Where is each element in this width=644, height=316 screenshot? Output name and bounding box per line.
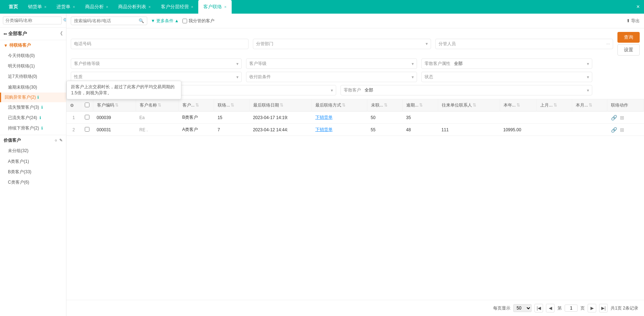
declining-info-icon[interactable]: ℹ bbox=[41, 126, 43, 130]
sort-icon[interactable]: ⇅ bbox=[384, 103, 388, 108]
tab-product-analysis-list-close[interactable]: × bbox=[148, 5, 150, 9]
th-last-contact-method-label: 最后联络方式 bbox=[315, 103, 341, 108]
sidebar-item-churn-warning-label: 流失预警客户(3) bbox=[8, 105, 39, 110]
sidebar-item-tomorrow-pending[interactable]: 明天待联络(1) bbox=[0, 61, 66, 71]
filter-person[interactable]: 分管人员 ··· bbox=[435, 39, 613, 49]
tab-home[interactable]: 首页 bbox=[4, 0, 23, 14]
page-number-input[interactable] bbox=[565, 305, 578, 312]
action-buttons: 查询 设置 bbox=[617, 32, 640, 56]
tab-product-analysis-close[interactable]: × bbox=[106, 5, 108, 9]
sort-icon[interactable]: ⇅ bbox=[158, 103, 161, 108]
churned-info-icon[interactable]: ℹ bbox=[40, 115, 41, 120]
tab-customer-contact[interactable]: 客户联络 × bbox=[198, 0, 231, 14]
customer-table: ⚙ 客户编码⇅ 客户名称⇅ 客户...⇅ 联络...⇅ 最后联络日期⇅ 最后联络… bbox=[66, 99, 644, 136]
sidebar-collapse-button[interactable]: 《 bbox=[58, 30, 62, 37]
export-button[interactable]: ⬆ 导出 bbox=[626, 18, 640, 24]
tab-customer-tier-close[interactable]: × bbox=[191, 5, 193, 9]
tab-purchase-order-close[interactable]: × bbox=[73, 5, 75, 9]
row-checkbox-0[interactable] bbox=[85, 115, 89, 119]
my-customers-checkbox-label[interactable]: 我分管的客户 bbox=[182, 18, 214, 24]
filter-payment[interactable]: 收付款条件 ▾ bbox=[246, 72, 417, 82]
first-page-button[interactable]: |◀ bbox=[534, 304, 543, 312]
search-icon[interactable]: 🔍 bbox=[139, 18, 144, 23]
tab-customer-contact-close[interactable]: × bbox=[224, 5, 226, 9]
my-customers-checkbox[interactable] bbox=[182, 19, 187, 23]
sidebar-item-churn-warning[interactable]: 流失预警客户(3) ℹ bbox=[0, 102, 66, 113]
filter-retail-customer[interactable]: 零散客户 全部 ▾ bbox=[340, 85, 592, 95]
sidebar-item-today-pending[interactable]: 今天待联络(0) bbox=[0, 51, 66, 61]
row-checkbox-cell-1[interactable] bbox=[81, 124, 93, 136]
sidebar-pending-group[interactable]: ▼ 待联络客户 bbox=[0, 40, 66, 51]
sidebar-search-icon[interactable]: 🔍 bbox=[63, 18, 66, 23]
search-input[interactable] bbox=[74, 18, 139, 23]
settings-button[interactable]: 设置 bbox=[617, 44, 640, 56]
sidebar-item-class-a[interactable]: A类客户(1) bbox=[0, 156, 66, 167]
sort-icon[interactable]: ⇅ bbox=[553, 103, 557, 108]
row-checkbox-1[interactable] bbox=[85, 127, 89, 132]
sidebar-item-declining[interactable]: 持续下滑客户(2) ℹ bbox=[0, 123, 66, 133]
main-layout: 🔍 ▪▪ 全部客户 《 ▼ 待联络客户 今天待联络(0) 明天待联络(1) 近7… bbox=[0, 14, 644, 316]
sidebar-item-ungrouped-label: 未分组(32) bbox=[8, 148, 28, 153]
th-checkbox[interactable] bbox=[81, 99, 93, 112]
sidebar-item-class-c[interactable]: C类客户(6) bbox=[0, 177, 66, 188]
sidebar-value-customers-group[interactable]: 价值客户 ○ ✎ bbox=[0, 135, 66, 146]
sort-icon[interactable]: ⇅ bbox=[231, 103, 234, 108]
cell-last-contact-method-0[interactable]: 下销货单 bbox=[312, 112, 367, 124]
sidebar-value-customers-label: 价值客户 bbox=[4, 137, 21, 143]
export-label: 导出 bbox=[631, 18, 640, 24]
tab-purchase-order[interactable]: 进货单 × bbox=[51, 0, 80, 14]
tab-product-analysis[interactable]: 商品分析 × bbox=[80, 0, 113, 14]
sidebar-all-customers[interactable]: ▪▪ 全部客户 《 bbox=[0, 28, 66, 40]
query-button[interactable]: 查询 bbox=[617, 32, 640, 43]
grid-action-icon-0[interactable]: ⊞ bbox=[620, 115, 624, 121]
cell-uncontacted-0: 50 bbox=[367, 112, 403, 124]
row-checkbox-cell-0[interactable] bbox=[81, 112, 93, 124]
sidebar-item-class-b[interactable]: B类客户(33) bbox=[0, 167, 66, 177]
tab-customer-tier[interactable]: 客户分层经营 × bbox=[156, 0, 198, 14]
sidebar-item-overdue-uncontacted[interactable]: 逾期未联络(30) bbox=[0, 82, 66, 93]
select-all-checkbox[interactable] bbox=[85, 103, 89, 107]
filter-phone-input[interactable] bbox=[93, 41, 245, 46]
th-customer-name: 客户名称⇅ bbox=[136, 99, 179, 112]
tab-sales-order-close[interactable]: × bbox=[44, 5, 46, 9]
sort-icon[interactable]: ⇅ bbox=[195, 103, 199, 108]
sort-icon[interactable]: ⇅ bbox=[280, 103, 283, 108]
sort-icon[interactable]: ⇅ bbox=[115, 103, 119, 108]
th-settings[interactable]: ⚙ bbox=[66, 99, 81, 112]
more-filters-button[interactable]: ▼ 更多条件 ▲ bbox=[151, 18, 179, 24]
filter-dept[interactable]: 分管部门 ▾ bbox=[253, 39, 431, 49]
link-action-icon-1[interactable]: 🔗 bbox=[611, 127, 617, 133]
tab-product-analysis-list[interactable]: 商品分析列表 × bbox=[113, 0, 156, 14]
next-page-button[interactable]: ▶ bbox=[588, 304, 596, 312]
sort-icon[interactable]: ⇅ bbox=[516, 103, 520, 108]
link-action-icon-0[interactable]: 🔗 bbox=[611, 115, 617, 121]
churn-warning-info-icon[interactable]: ℹ bbox=[41, 105, 43, 109]
cell-actions-1: 🔗 ⊞ bbox=[607, 124, 644, 136]
cell-customer-name-0: Ea bbox=[136, 112, 179, 124]
sidebar-item-7days-pending[interactable]: 近7天待联络(0) bbox=[0, 71, 66, 82]
tab-sales-order[interactable]: 销货单 × bbox=[23, 0, 51, 14]
sort-icon[interactable]: ⇅ bbox=[589, 103, 592, 108]
sidebar-item-class-a-label: A类客户(1) bbox=[8, 159, 29, 164]
grid-action-icon-1[interactable]: ⊞ bbox=[620, 127, 624, 133]
last-page-button[interactable]: ▶| bbox=[599, 304, 608, 312]
filter-retail-attr-value: 全部 bbox=[454, 61, 463, 67]
per-page-select[interactable]: 50 100 bbox=[513, 304, 532, 312]
edit-icon[interactable]: ✎ bbox=[59, 138, 62, 143]
ellipsis-icon[interactable]: ··· bbox=[606, 41, 610, 46]
filter-retail-attr[interactable]: 零散客户属性 全部 ▾ bbox=[421, 58, 592, 69]
prev-page-button[interactable]: ◀ bbox=[546, 304, 555, 312]
sidebar-search-input[interactable] bbox=[3, 16, 62, 24]
sort-icon[interactable]: ⇅ bbox=[419, 103, 423, 108]
filter-price-level[interactable]: 客户价格等级 ▾ bbox=[71, 58, 242, 69]
filter-customer-level[interactable]: 客户等级 ▾ bbox=[246, 58, 417, 69]
sort-icon[interactable]: ⇅ bbox=[473, 103, 476, 108]
cell-last-contact-method-1[interactable]: 下销货单 bbox=[312, 124, 367, 136]
sidebar-item-churned[interactable]: 已流失客户(24) ℹ bbox=[0, 113, 66, 123]
info-icon[interactable]: ℹ bbox=[37, 95, 39, 100]
sort-icon[interactable]: ⇅ bbox=[342, 103, 346, 108]
sidebar-item-ungrouped[interactable]: 未分组(32) bbox=[0, 146, 66, 156]
sidebar-item-repurchase-abnormal[interactable]: 回购异常客户(2) ℹ bbox=[0, 93, 66, 102]
window-close-button[interactable]: × bbox=[636, 4, 640, 10]
filter-status[interactable]: 状态 ▾ bbox=[421, 72, 592, 82]
